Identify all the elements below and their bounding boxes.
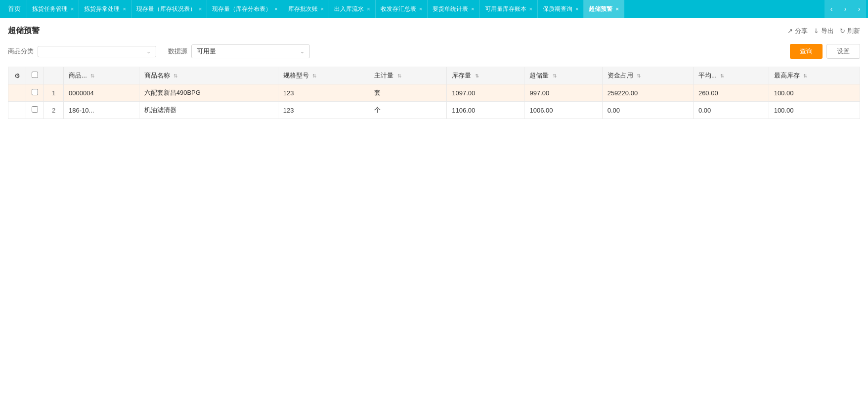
row-maxstock: 100.00: [769, 102, 860, 119]
row-number: 2: [44, 102, 64, 119]
col-name-header[interactable]: 商品名称 ⇅: [139, 67, 278, 84]
col-gear-header: ⚙: [8, 67, 26, 84]
col-maxstock-header[interactable]: 最高库存 ⇅: [769, 67, 860, 84]
data-table: ⚙ 商品... ⇅ 商品名称 ⇅ 规格型号 ⇅: [8, 67, 860, 119]
tab-baozhi-chaxun[interactable]: 保质期查询 ×: [538, 0, 584, 18]
sort-avg-icon: ⇅: [720, 73, 724, 79]
col-spec-header[interactable]: 规格型号 ⇅: [278, 67, 369, 84]
filter-actions: 查询 设置: [790, 44, 860, 59]
col-capital-header[interactable]: 资金占用 ⇅: [602, 67, 693, 84]
tab-shoufa-huizong[interactable]: 收发存汇总表 ×: [376, 0, 428, 18]
header-actions: ↗ 分享 ⇓ 导出 ↻ 刷新: [787, 27, 860, 36]
close-tab-3[interactable]: ×: [199, 6, 202, 12]
category-chevron-icon: ⌄: [146, 48, 151, 55]
nav-arrow-left[interactable]: ‹: [825, 0, 838, 18]
filter-row: 商品分类 ⌄ 数据源 可用量 ⌄ 查询 设置: [8, 44, 860, 59]
page-title: 超储预警: [8, 26, 40, 36]
row-spec: 123: [278, 102, 369, 119]
row-unit: 个: [369, 102, 447, 119]
col-number-header: [44, 67, 64, 84]
tab-churuku-liushui[interactable]: 出入库流水 ×: [329, 0, 375, 18]
filter-category: 商品分类 ⌄: [8, 46, 156, 57]
select-all-checkbox[interactable]: [32, 72, 38, 78]
refresh-icon: ↻: [840, 27, 845, 35]
sort-unit-icon: ⇅: [397, 73, 401, 79]
sort-overstock-icon: ⇅: [553, 73, 557, 79]
row-avg: 0.00: [693, 102, 769, 119]
tab-xiancunliang-fenbiao[interactable]: 现存量（库存分布表） ×: [207, 0, 283, 18]
close-tab-4[interactable]: ×: [274, 6, 277, 12]
col-checkbox-header[interactable]: [26, 67, 44, 84]
close-tab-2[interactable]: ×: [123, 6, 126, 12]
row-spec: 123: [278, 84, 369, 102]
tab-kucun-pici[interactable]: 库存批次账 ×: [283, 0, 329, 18]
settings-button[interactable]: 设置: [826, 44, 860, 59]
gear-icon[interactable]: ⚙: [14, 72, 20, 79]
tab-keyongliang-zhangben[interactable]: 可用量库存账本 ×: [480, 0, 538, 18]
sort-maxstock-icon: ⇅: [803, 73, 807, 79]
row-name: 六配套新昌490BPG: [139, 84, 278, 102]
close-tab-6[interactable]: ×: [367, 6, 370, 12]
close-tab-1[interactable]: ×: [71, 6, 74, 12]
export-icon: ⇓: [814, 27, 819, 35]
close-tab-7[interactable]: ×: [419, 6, 422, 12]
sort-name-icon: ⇅: [174, 73, 177, 79]
row-checkbox[interactable]: [32, 106, 38, 113]
table-header-row: ⚙ 商品... ⇅ 商品名称 ⇅ 规格型号 ⇅: [8, 67, 860, 84]
row-checkbox-cell[interactable]: [26, 84, 44, 102]
filter-datasource: 数据源 可用量 ⌄: [168, 44, 310, 58]
col-avg-header[interactable]: 平均... ⇅: [693, 67, 769, 84]
row-gear-cell: [8, 84, 26, 102]
row-checkbox-cell[interactable]: [26, 102, 44, 119]
close-tab-5[interactable]: ×: [321, 6, 324, 12]
tab-jianghuo-renwu[interactable]: 拣货任务管理 ×: [27, 0, 79, 18]
share-button[interactable]: ↗ 分享: [787, 27, 808, 36]
tab-yaohuo-tongji[interactable]: 要货单统计表 ×: [428, 0, 479, 18]
close-tab-11[interactable]: ×: [615, 6, 618, 12]
datasource-value: 可用量: [197, 47, 216, 56]
row-capital: 259220.00: [602, 84, 693, 102]
row-checkbox[interactable]: [32, 89, 38, 95]
row-gear-cell: [8, 102, 26, 119]
row-stock: 1106.00: [447, 102, 524, 119]
sort-capital-icon: ⇅: [637, 73, 641, 79]
tab-chaoshu-yujing[interactable]: 超储预警 ×: [584, 0, 624, 18]
share-icon: ↗: [787, 27, 793, 35]
row-name: 机油滤清器: [139, 102, 278, 119]
row-avg: 260.00: [693, 84, 769, 102]
sort-code-icon: ⇅: [90, 73, 94, 79]
row-overstock: 997.00: [524, 84, 602, 102]
nav-arrow-more[interactable]: ›: [852, 0, 866, 18]
nav-home[interactable]: 首页: [2, 0, 27, 18]
sort-stock-icon: ⇅: [475, 73, 479, 79]
col-overstock-header[interactable]: 超储量 ⇅: [524, 67, 602, 84]
query-button[interactable]: 查询: [790, 44, 823, 59]
row-number: 1: [44, 84, 64, 102]
col-stock-header[interactable]: 库存量 ⇅: [447, 67, 524, 84]
close-tab-9[interactable]: ×: [529, 6, 532, 12]
nav-arrow-right[interactable]: ›: [838, 0, 852, 18]
col-code-header[interactable]: 商品... ⇅: [64, 67, 139, 84]
category-select[interactable]: ⌄: [38, 46, 156, 57]
export-button[interactable]: ⇓ 导出: [814, 27, 834, 36]
row-stock: 1097.00: [447, 84, 524, 102]
page-container: 超储预警 ↗ 分享 ⇓ 导出 ↻ 刷新 商品分类 ⌄ 数据源: [0, 18, 868, 395]
nav-arrows: ‹ › ›: [825, 0, 866, 18]
row-code: 0000004: [64, 84, 139, 102]
row-overstock: 1006.00: [524, 102, 602, 119]
row-capital: 0.00: [602, 102, 693, 119]
page-header: 超储预警 ↗ 分享 ⇓ 导出 ↻ 刷新: [8, 26, 860, 36]
col-unit-header[interactable]: 主计量 ⇅: [369, 67, 447, 84]
row-unit: 套: [369, 84, 447, 102]
category-label: 商品分类: [8, 47, 34, 56]
close-tab-8[interactable]: ×: [471, 6, 474, 12]
tab-jianghuo-yichang[interactable]: 拣货异常处理 ×: [79, 0, 131, 18]
tab-xiancunliang-kuangkuang[interactable]: 现存量（库存状况表） ×: [131, 0, 207, 18]
table-row: 1 0000004 六配套新昌490BPG 123 套 1097.00 997.…: [8, 84, 860, 102]
top-navigation: 首页 拣货任务管理 × 拣货异常处理 × 现存量（库存状况表） × 现存量（库存…: [0, 0, 868, 18]
close-tab-10[interactable]: ×: [575, 6, 578, 12]
datasource-select[interactable]: 可用量 ⌄: [191, 44, 310, 58]
refresh-button[interactable]: ↻ 刷新: [840, 27, 860, 36]
row-code: 186-10...: [64, 102, 139, 119]
datasource-chevron-icon: ⌄: [300, 48, 304, 55]
